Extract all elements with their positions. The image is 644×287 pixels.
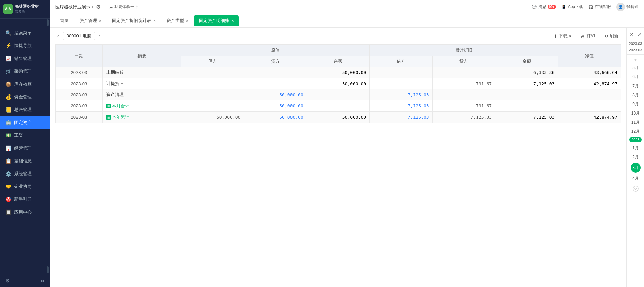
cell-orig-credit [244, 78, 307, 89]
cell-net-value: 42,874.97 [558, 78, 621, 89]
cell-summary: 资产清理 [102, 89, 181, 100]
cell-net-value [558, 89, 621, 100]
sidebar-item-app-center[interactable]: 🔲 应用中心 [0, 206, 50, 219]
sidebar-item-capital[interactable]: 💰 资金管理 [0, 91, 50, 103]
tabbar: 首页 资产管理 × 固定资产折旧统计表 × 资产类型 × 固定资产明细账 × [50, 14, 644, 28]
handshake-icon: 🤝 [5, 184, 11, 190]
th-orig-balance: 余额 [307, 56, 369, 67]
main-content: 医疗器械行业演示 ▾ ⚙ ☁ 我要体验一下 💬 消息 99+ 📱 App下载 🎧… [50, 0, 644, 287]
tab-asset-ledger[interactable]: 固定资产明细账 × [194, 15, 238, 26]
sidebar-item-quick-nav[interactable]: ⚡ 快捷导航 [0, 39, 50, 52]
sidebar-item-cooperation[interactable]: 🤝 企业协同 [0, 180, 50, 193]
tab-close-icon[interactable]: × [99, 19, 101, 23]
settings-icon[interactable]: ⚙ [5, 278, 10, 284]
company-selector[interactable]: 医疗器械行业演示 ▾ [55, 4, 93, 10]
print-button[interactable]: 🖨 打印 [578, 32, 598, 40]
sidebar-item-ledger[interactable]: 📒 总账管理 [0, 103, 50, 116]
timeline-month-5[interactable]: 5月 [627, 63, 644, 72]
timeline-month-6[interactable]: 6月 [627, 72, 644, 82]
tab-asset-type[interactable]: 资产类型 × [162, 15, 193, 26]
chevron-down-icon: ▾ [92, 5, 93, 9]
sidebar-logo: AtA 畅捷通好业财 普及版 [0, 0, 50, 19]
cart-icon: 🛒 [5, 68, 11, 74]
cell-orig-credit: 50,000.00 [244, 89, 307, 100]
sidebar-item-business-mgmt[interactable]: 📊 经营管理 [0, 142, 50, 155]
messages-label: 消息 [538, 4, 546, 10]
sidebar-item-sales[interactable]: 📈 销售管理 [0, 52, 50, 65]
experience-icon: ☁ [109, 5, 113, 9]
topbar: 医疗器械行业演示 ▾ ⚙ ☁ 我要体验一下 💬 消息 99+ 📱 App下载 🎧… [50, 0, 644, 14]
timeline-month-9[interactable]: 9月 [627, 100, 644, 109]
timeline-down-icon[interactable]: ▼ [632, 56, 639, 63]
sidebar-item-inventory[interactable]: 📦 库存核算 [0, 78, 50, 91]
customer-service-label: 在线客服 [595, 4, 611, 10]
collapse-button[interactable]: ⏮ [40, 278, 44, 283]
timeline-month-10[interactable]: 10月 [627, 109, 644, 118]
cell-dep-balance [495, 89, 558, 100]
timeline-month-4[interactable]: 4月 [627, 174, 644, 183]
tab-asset-mgmt[interactable]: 资产管理 × [75, 15, 106, 26]
cell-date: 2023-03 [56, 111, 103, 123]
sidebar-item-label: 经营管理 [14, 145, 32, 151]
tab-close-icon[interactable]: × [186, 19, 188, 23]
tab-label: 资产管理 [80, 18, 97, 24]
timeline-month-11[interactable]: 11月 [627, 118, 644, 127]
app-download-button[interactable]: 📱 App下载 [561, 4, 583, 10]
user-menu[interactable]: 👤 畅捷通 [616, 3, 639, 11]
tab-home[interactable]: 首页 [55, 15, 73, 26]
th-date: 日期 [56, 45, 103, 67]
experience-button[interactable]: ☁ 我要体验一下 [109, 4, 139, 10]
year-label-2023[interactable]: 2023 [629, 137, 641, 142]
topbar-settings-icon[interactable]: ⚙ [96, 4, 101, 10]
cell-summary: ▦ 本月合计 [102, 100, 181, 112]
cell-orig-balance [307, 100, 369, 112]
sidebar-item-purchase[interactable]: 🛒 采购管理 [0, 65, 50, 78]
download-button[interactable]: ⬇ 下载 ▾ [551, 32, 574, 40]
app-name: 畅捷通好业财 [15, 4, 39, 9]
timeline-month-8[interactable]: 8月 [627, 91, 644, 100]
sidebar-item-fixed-assets[interactable]: 🏢 固定资产 [0, 116, 50, 129]
tab-close-icon[interactable]: × [153, 19, 155, 23]
bar-chart-icon: 📊 [5, 145, 11, 151]
tab-depreciation-stats[interactable]: 固定资产折旧统计表 × [107, 15, 160, 26]
panel-expand-button[interactable]: ⤢ [637, 31, 642, 38]
sidebar-item-label: 总账管理 [14, 107, 32, 113]
sidebar-item-system-mgmt[interactable]: ⚙️ 系统管理 [0, 167, 50, 180]
customer-service-button[interactable]: 🎧 在线客服 [588, 4, 611, 10]
timeline-month-1[interactable]: 1月 [627, 144, 644, 153]
table-row: 2023-03 资产清理 50,000.00 7,125.03 [56, 89, 621, 100]
tab-label: 固定资产折旧统计表 [112, 18, 151, 24]
sidebar-scroll-up[interactable] [47, 19, 49, 26]
sidebar-item-search[interactable]: 🔍 搜索菜单 [0, 27, 50, 39]
timeline-period-label: 2023.03 [628, 41, 643, 47]
download-icon: ⬇ [554, 34, 557, 39]
sidebar-item-label: 固定资产 [14, 120, 32, 126]
cell-dep-debit [370, 78, 432, 89]
cell-orig-balance: 50,000.00 [307, 111, 369, 123]
prev-asset-button[interactable]: ‹ [55, 33, 61, 39]
lightning-icon: ⚡ [5, 43, 11, 49]
timeline-down-arrow-btn[interactable] [633, 186, 639, 193]
sidebar-item-basic-info[interactable]: 📋 基础信息 [0, 155, 50, 167]
timeline-month-12[interactable]: 12月 [627, 127, 644, 136]
app-edition: 普及版 [15, 9, 39, 14]
sidebar-scroll-down[interactable] [47, 266, 49, 273]
sidebar-item-payroll[interactable]: 💵 工资 [0, 129, 50, 142]
asset-code-display: 000001 电脑 [63, 32, 95, 40]
tab-close-icon[interactable]: × [232, 19, 234, 23]
table-row: 2023-03 ▦ 本年累计 50,000.00 50,000.00 50,00… [56, 111, 621, 123]
table-row: 2023-03 ▦ 本月合计 50,000.00 7,125.03 791.67 [56, 100, 621, 112]
th-dep-debit: 借方 [370, 56, 432, 67]
app-download-label: App下载 [568, 4, 583, 10]
messages-button[interactable]: 💬 消息 99+ [532, 4, 556, 10]
panel-close-button[interactable]: ✕ [629, 31, 634, 38]
timeline-month-7[interactable]: 7月 [627, 82, 644, 91]
timeline-month-2[interactable]: 2月 [627, 153, 644, 162]
refresh-button[interactable]: ↻ 刷新 [602, 32, 621, 40]
cell-dep-credit: 791.67 [432, 78, 495, 89]
sidebar-item-guide[interactable]: 🎯 新手引导 [0, 193, 50, 206]
next-asset-button[interactable]: › [97, 33, 103, 39]
timeline-current-label: 2023.03 [628, 47, 643, 53]
timeline-month-3-active[interactable]: 3月 [631, 163, 641, 173]
cell-orig-debit [181, 89, 244, 100]
